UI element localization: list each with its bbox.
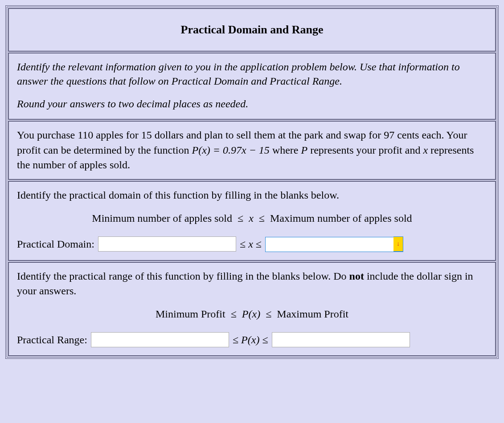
x-variable: x xyxy=(249,212,254,224)
le-symbol: ≤ xyxy=(259,212,265,224)
range-cell: Identify the practical range of this fun… xyxy=(8,262,496,357)
problem-text-2: where xyxy=(270,144,301,156)
chevron-down-icon: ↓ xyxy=(397,240,400,248)
practical-range-label: Practical Range: xyxy=(17,333,87,348)
problem-cell: You purchase 110 apples for 15 dollars a… xyxy=(8,121,496,180)
domain-max-label: Maximum number of apples sold xyxy=(270,212,412,224)
range-min-input[interactable] xyxy=(91,332,229,347)
domain-prompt: Identify the practical domain of this fu… xyxy=(17,188,487,203)
domain-max-input-wrap: ↓ xyxy=(265,236,403,252)
not-bold: not xyxy=(349,270,364,282)
range-between: ≤ P(x) ≤ xyxy=(233,333,268,348)
range-max-label: Maximum Profit xyxy=(277,308,348,320)
range-max-input[interactable] xyxy=(272,332,410,347)
instructions-cell: Identify the relevant information given … xyxy=(8,53,496,120)
domain-max-input[interactable] xyxy=(265,237,403,252)
Px-variable: P(x) xyxy=(242,308,260,320)
domain-min-label: Minimum number of apples sold xyxy=(92,212,232,224)
page-title: Practical Domain and Range xyxy=(17,15,487,45)
le-symbol: ≤ xyxy=(238,212,243,224)
instructions-p2: Round your answers to two decimal places… xyxy=(17,97,487,111)
domain-min-input[interactable] xyxy=(98,236,236,252)
P-variable: P xyxy=(301,144,308,156)
title-cell: Practical Domain and Range xyxy=(8,8,496,52)
question-table: Practical Domain and Range Identify the … xyxy=(5,5,499,359)
x-variable: x xyxy=(423,144,428,156)
domain-template-line: Minimum number of apples sold ≤ x ≤ Maxi… xyxy=(17,211,487,226)
problem-text-3: represents your profit and xyxy=(307,144,423,156)
range-min-label: Minimum Profit xyxy=(156,308,225,320)
range-template-line: Minimum Profit ≤ P(x) ≤ Maximum Profit xyxy=(17,307,487,322)
domain-input-row: Practical Domain: ≤ x ≤ ↓ xyxy=(17,236,487,252)
dropdown-tab[interactable]: ↓ xyxy=(393,236,403,252)
profit-function: P(x) = 0.97x − 15 xyxy=(192,144,270,156)
domain-between: ≤ x ≤ xyxy=(240,237,262,252)
range-prompt: Identify the practical range of this fun… xyxy=(17,269,487,299)
practical-domain-label: Practical Domain: xyxy=(17,237,94,252)
range-input-row: Practical Range: ≤ P(x) ≤ xyxy=(17,332,487,347)
le-symbol: ≤ xyxy=(231,308,237,320)
domain-cell: Identify the practical domain of this fu… xyxy=(8,181,496,261)
le-symbol: ≤ xyxy=(266,308,271,320)
instructions-p1: Identify the relevant information given … xyxy=(17,60,487,89)
